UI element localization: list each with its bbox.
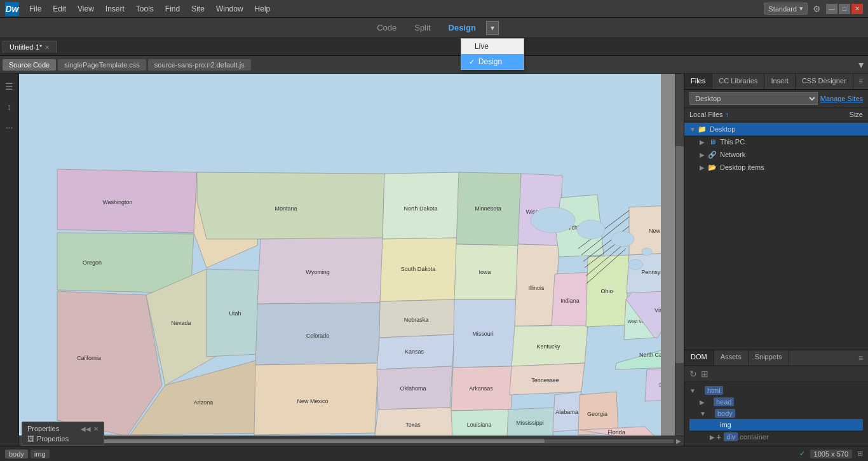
properties-collapse-icon[interactable]: ◀◀ — [81, 425, 91, 432]
file-tab-0[interactable]: Untitled-1* ✕ — [3, 41, 57, 53]
dom-item-body[interactable]: ▼ body — [689, 408, 863, 419]
menu-find[interactable]: Find — [160, 3, 185, 15]
menu-file[interactable]: File — [24, 3, 46, 15]
canvas-area[interactable]: Washington Oregon California Idaho Nevad… — [19, 74, 684, 436]
state-indiana[interactable] — [552, 272, 591, 328]
state-nebraska[interactable] — [379, 299, 456, 338]
dom-tab-snippets[interactable]: Snippets — [749, 350, 789, 366]
dom-tab-dom[interactable]: DOM — [684, 350, 714, 366]
dom-tag-body[interactable]: body — [715, 409, 735, 418]
menu-insert[interactable]: Insert — [100, 3, 130, 15]
maximize-button[interactable]: □ — [839, 4, 850, 14]
file-item-desktop-items[interactable]: ▶ 📂 Desktop items — [684, 161, 868, 174]
file-item-network[interactable]: ▶ 🔗 Network — [684, 148, 868, 161]
dom-section: DOM Assets Snippets ≡ ↻ ⊞ ▼ html ▶ — [684, 350, 868, 446]
file-tree: ▼ 📁 Desktop ▶ 🖥 This PC ▶ 🔗 Network — [684, 121, 868, 175]
dom-item-div-container[interactable]: ▶ + div .container — [689, 430, 863, 443]
tab-code[interactable]: Code — [369, 20, 404, 35]
filter-icon[interactable]: ▼ — [857, 60, 865, 70]
refresh-icon[interactable]: ↑ — [726, 111, 729, 118]
state-pennsylvania[interactable] — [627, 252, 661, 293]
state-iowa[interactable] — [454, 244, 520, 299]
menu-site[interactable]: Site — [186, 3, 210, 15]
file-item-desktop[interactable]: ▼ 📁 Desktop — [684, 123, 868, 135]
dropdown-live[interactable]: Live — [461, 39, 524, 54]
state-colorado[interactable] — [255, 303, 384, 365]
dom-class-container: .container — [738, 433, 768, 441]
img-tag-indicator[interactable]: img — [31, 450, 50, 458]
device-icon[interactable]: ⊞ — [857, 450, 863, 458]
state-south-carolina[interactable] — [645, 366, 661, 401]
sidebar-arrow-icon[interactable]: ↕ — [2, 99, 17, 114]
source-tab-2[interactable]: source-sans-pro:n2:default.js — [148, 59, 251, 71]
menu-window[interactable]: Window — [211, 3, 248, 15]
state-washington[interactable] — [57, 169, 197, 233]
state-kansas[interactable] — [377, 334, 454, 369]
horizontal-scrollbar[interactable]: ◀ ▶ — [19, 436, 684, 446]
state-alabama[interactable] — [553, 392, 581, 432]
menu-tools[interactable]: Tools — [131, 3, 159, 15]
source-tab-0[interactable]: Source Code — [3, 59, 56, 71]
state-arkansas[interactable] — [451, 366, 513, 411]
state-wyoming[interactable] — [257, 238, 384, 304]
source-tabs: Source Code singlePageTemplate.css sourc… — [0, 56, 868, 74]
scroll-right-icon[interactable]: ▶ — [676, 437, 681, 444]
dom-panel-more[interactable]: ≡ — [853, 350, 868, 366]
vertical-scrollbar[interactable] — [675, 74, 684, 436]
dom-item-head[interactable]: ▶ head — [689, 396, 863, 408]
panel-tab-css-designer[interactable]: CSS Designer — [796, 74, 853, 89]
dom-add-icon[interactable]: + — [716, 432, 721, 442]
sidebar-more-icon[interactable]: ··· — [2, 120, 17, 135]
panel-tab-files[interactable]: Files — [684, 74, 712, 89]
tab-design[interactable]: Design — [441, 20, 484, 35]
dom-tag-div[interactable]: div — [724, 432, 738, 441]
menu-view[interactable]: View — [72, 3, 99, 15]
panel-tab-cc-libraries[interactable]: CC Libraries — [712, 74, 764, 89]
size-column-header: Size — [850, 111, 863, 118]
dom-item-img[interactable]: img — [689, 419, 863, 430]
minimize-button[interactable]: — — [826, 4, 837, 14]
state-south-dakota[interactable] — [380, 238, 459, 301]
state-oklahoma[interactable] — [377, 366, 452, 409]
dom-grid-icon[interactable]: ⊞ — [701, 369, 709, 379]
state-new-mexico[interactable] — [254, 363, 378, 435]
dom-tag-img[interactable]: img — [717, 420, 734, 429]
state-louisiana[interactable] — [451, 409, 511, 436]
dom-tag-head[interactable]: head — [714, 397, 734, 406]
workspace-selector[interactable]: Standard ▾ — [764, 3, 808, 15]
dom-item-html[interactable]: ▼ html — [689, 385, 863, 396]
state-minnesota[interactable] — [456, 172, 521, 245]
dom-panel-tabs: DOM Assets Snippets ≡ — [684, 350, 868, 366]
state-montana[interactable] — [197, 172, 384, 239]
arrow-right-icon-desktop-items: ▶ — [700, 164, 707, 171]
settings-icon[interactable]: ⚙ — [813, 4, 821, 14]
state-ohio[interactable] — [586, 255, 629, 327]
site-select[interactable]: Desktop — [689, 92, 818, 105]
state-missouri[interactable] — [453, 299, 517, 368]
file-tab-close-0[interactable]: ✕ — [44, 44, 50, 51]
menu-help[interactable]: Help — [250, 3, 276, 15]
state-tennessee[interactable] — [510, 363, 585, 395]
menu-edit[interactable]: Edit — [48, 3, 71, 15]
panel-tab-insert[interactable]: Insert — [764, 74, 796, 89]
state-new-york[interactable] — [629, 204, 661, 255]
dom-tag-html[interactable]: html — [705, 386, 723, 395]
sidebar-insert-icon[interactable]: ☰ — [2, 79, 17, 94]
source-tab-1[interactable]: singlePageTemplate.css — [58, 59, 146, 71]
file-panel-header: Desktop Manage Sites — [684, 90, 868, 108]
state-north-dakota[interactable] — [383, 172, 461, 239]
panel-more-icon[interactable]: ≡ — [853, 74, 868, 89]
tab-split[interactable]: Split — [407, 20, 438, 35]
head-expand-arrow: ▶ — [700, 399, 705, 406]
dom-refresh-icon[interactable]: ↻ — [689, 369, 697, 379]
file-item-this-pc[interactable]: ▶ 🖥 This PC — [684, 135, 868, 148]
design-dropdown-button[interactable]: ▾ — [486, 21, 499, 35]
properties-close-icon[interactable]: ✕ — [93, 425, 98, 432]
state-mississippi[interactable] — [507, 408, 555, 436]
manage-sites-link[interactable]: Manage Sites — [820, 95, 863, 102]
close-button[interactable]: ✕ — [851, 4, 863, 14]
dropdown-design[interactable]: ✓ Design — [461, 54, 524, 69]
dom-tab-assets[interactable]: Assets — [714, 350, 749, 366]
body-tag-indicator[interactable]: body — [5, 450, 28, 458]
state-kentucky[interactable] — [512, 326, 588, 366]
